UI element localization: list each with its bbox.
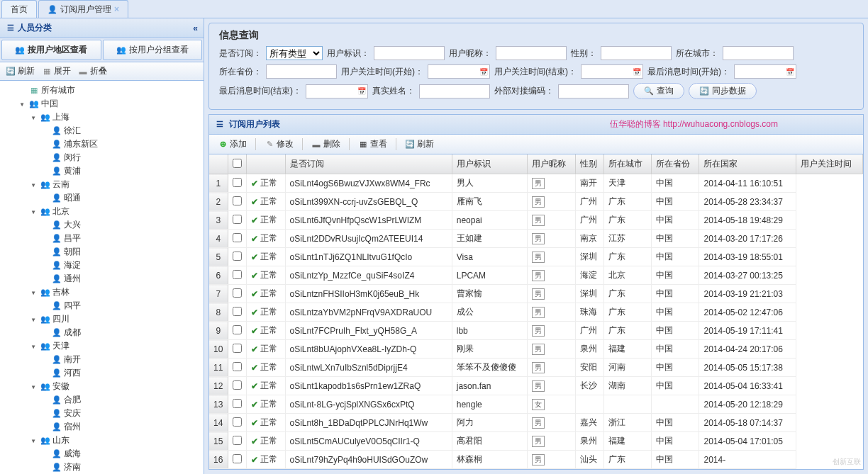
tree-node[interactable]: 👤南开 xyxy=(0,353,204,366)
expander-icon[interactable]: ▾ xyxy=(28,382,38,392)
expander-icon[interactable]: ▾ xyxy=(28,436,38,446)
table-row[interactable]: 3✔正常oSiLnt6JfQvnHfpQscW1sPrLWIZMneopai男广… xyxy=(209,211,863,230)
blog-link[interactable]: 伍华聪的博客 http://wuhuacong.cnblogs.com xyxy=(610,118,778,130)
close-icon[interactable]: × xyxy=(114,4,119,14)
row-checkbox[interactable] xyxy=(233,215,242,224)
tree-node[interactable]: 👤威海 xyxy=(0,447,204,461)
column-header[interactable]: 用户昵称 xyxy=(528,154,575,174)
table-row[interactable]: 8✔正常oSiLntzaYbVM2pNFrqV9AXDRaUOU成公男珠海广东中… xyxy=(209,303,863,322)
tree-node[interactable]: 👤浦东新区 xyxy=(0,137,204,151)
tab-subscribe-users[interactable]: 👤 订阅用户管理 × xyxy=(38,0,128,18)
row-checkbox[interactable] xyxy=(233,454,242,463)
row-checkbox[interactable] xyxy=(233,417,242,427)
column-header[interactable]: 用户关注时间 xyxy=(796,154,863,174)
tree-node[interactable]: 👤徐汇 xyxy=(0,124,204,137)
input-city[interactable] xyxy=(723,46,794,60)
input-follow-end[interactable] xyxy=(582,65,631,78)
tree-node[interactable]: ▾👥安徽 xyxy=(0,380,204,393)
tree-node[interactable]: ▾👥中国 xyxy=(0,97,204,111)
tree-node[interactable]: ▾👥云南 xyxy=(0,178,204,191)
table-row[interactable]: 16✔正常oSiLnt79hZyPq4h9oHUISdGOuZOw林森桐男汕头广… xyxy=(209,451,863,469)
tree-refresh[interactable]: 🔄刷新 xyxy=(6,65,35,77)
tree-node[interactable]: 👤济南 xyxy=(0,461,204,474)
collapse-left-icon[interactable]: « xyxy=(193,23,198,33)
row-checkbox[interactable] xyxy=(233,178,242,187)
table-row[interactable]: 4✔正常oSiLnt2DDvRUsujIcQm2ATEEUI14王如建男南京江苏… xyxy=(209,230,863,248)
edit-button[interactable]: ✎修改 xyxy=(260,137,298,152)
expander-icon[interactable]: ▾ xyxy=(28,342,38,351)
tree-node[interactable]: 👤河西 xyxy=(0,366,204,380)
tree-expand[interactable]: ▦展开 xyxy=(42,65,71,77)
table-row[interactable]: 6✔正常oSiLntzYp_MzzfCe_quSiF4soIZ4LPCAM男海淀… xyxy=(209,266,863,285)
add-button[interactable]: ⊕添加 xyxy=(213,137,251,152)
column-header[interactable]: 所在国家 xyxy=(699,154,796,174)
tree-collapse[interactable]: ▬折叠 xyxy=(78,65,107,77)
tree-node[interactable]: ▾👥上海 xyxy=(0,111,204,124)
table-row[interactable]: 1✔正常oSiLnt4ogS6BwuzVJXwx8WM4_FRc男人男南开天津中… xyxy=(209,174,863,193)
table-row[interactable]: 14✔正常oSiLnt8h_1BDaDqtPPLCJNrHq1Ww阿力男嘉兴浙江… xyxy=(209,414,863,432)
tree-node[interactable]: 👤海淀 xyxy=(0,259,204,272)
column-header[interactable]: 是否订阅 xyxy=(285,154,452,174)
expander-icon[interactable]: ▾ xyxy=(28,288,38,298)
input-province[interactable] xyxy=(266,64,337,79)
table-row[interactable]: 7✔正常oSiLntznFHSIIoH3mK0j65euB_Hk曹家愉男深圳广东… xyxy=(209,285,863,303)
table-row[interactable]: 10✔正常oSiLnt8bUAjophVXea8L-IyZDh-Q刚果男泉州福建… xyxy=(209,340,863,359)
table-row[interactable]: 9✔正常oSiLnt7FCPruIh_Flxt_yQH58G_Albb男广州广东… xyxy=(209,322,863,340)
calendar-icon[interactable]: 📅 xyxy=(478,66,489,77)
table-row[interactable]: 5✔正常oSiLnt1nTJj6ZQ1NLItvuG1fQcIoVisa男深圳广… xyxy=(209,248,863,266)
tree-node[interactable]: 👤昌平 xyxy=(0,232,204,245)
view-by-region[interactable]: 👥按用户地区查看 xyxy=(1,40,101,60)
row-checkbox[interactable] xyxy=(233,380,242,390)
column-header[interactable]: 所在省份 xyxy=(652,154,699,174)
row-checkbox[interactable] xyxy=(233,344,242,353)
input-nickname[interactable] xyxy=(496,46,567,60)
tab-home[interactable]: 首页 xyxy=(1,0,37,18)
select-subscribed[interactable]: 所有类型 xyxy=(266,46,323,60)
input-lastmsg-start[interactable] xyxy=(735,65,784,78)
tree-node[interactable]: ▦所有城市 xyxy=(0,84,204,97)
view-button[interactable]: ▦查看 xyxy=(354,137,391,152)
expander-icon[interactable]: ▾ xyxy=(28,207,38,217)
expander-icon[interactable]: ▾ xyxy=(28,315,38,325)
row-checkbox[interactable] xyxy=(233,399,242,408)
input-follow-start[interactable] xyxy=(428,65,478,78)
input-realname[interactable] xyxy=(419,84,490,98)
tree-node[interactable]: 👤闵行 xyxy=(0,151,204,164)
tree-node[interactable]: 👤四平 xyxy=(0,299,204,312)
calendar-icon[interactable]: 📅 xyxy=(784,66,796,77)
row-checkbox[interactable] xyxy=(233,270,242,279)
column-header[interactable]: 所在城市 xyxy=(604,154,652,174)
tree-node[interactable]: ▾👥山东 xyxy=(0,434,204,447)
expander-icon[interactable]: ▾ xyxy=(17,99,27,109)
row-checkbox[interactable] xyxy=(233,307,242,316)
calendar-icon[interactable]: 📅 xyxy=(356,86,367,97)
column-header[interactable]: 用户标识 xyxy=(452,154,528,174)
refresh-button[interactable]: 🔄刷新 xyxy=(401,137,438,152)
calendar-icon[interactable]: 📅 xyxy=(631,66,642,77)
row-checkbox[interactable] xyxy=(233,325,242,334)
sync-button[interactable]: 🔄同步数据 xyxy=(689,83,757,99)
column-header[interactable] xyxy=(246,154,285,174)
expander-icon[interactable]: ▾ xyxy=(28,180,38,190)
delete-button[interactable]: ▬删除 xyxy=(307,137,345,152)
row-checkbox[interactable] xyxy=(233,252,242,261)
table-row[interactable]: 15✔正常oSiLnt5CmAUCulyeV0O5qCIIr1-Q高君阳男泉州福… xyxy=(209,432,863,451)
row-checkbox[interactable] xyxy=(233,288,242,298)
tree-node[interactable]: ▾👥吉林 xyxy=(0,286,204,299)
tree-node[interactable]: 👤宿州 xyxy=(0,420,204,434)
row-checkbox[interactable] xyxy=(233,233,242,242)
tree-node[interactable]: 👤成都 xyxy=(0,326,204,339)
tree-node[interactable]: 👤安庆 xyxy=(0,407,204,420)
input-gender[interactable] xyxy=(601,46,672,60)
tree-node[interactable]: ▾👥天津 xyxy=(0,339,204,353)
table-row[interactable]: 2✔正常oSiLnt399XN-ccrj-uvZsGEBQL_Q雁南飞男广州广东… xyxy=(209,193,863,211)
table-row[interactable]: 12✔正常oSiLnt1kapodb1s6sPrn1ew1ZRaQjason.f… xyxy=(209,377,863,395)
select-all-checkbox[interactable] xyxy=(233,159,242,168)
tree-node[interactable]: 👤朝阳 xyxy=(0,245,204,259)
tree-node[interactable]: 👤昭通 xyxy=(0,191,204,205)
tree-node[interactable]: 👤黄浦 xyxy=(0,164,204,178)
input-extcode[interactable] xyxy=(558,84,629,98)
column-header[interactable]: 性别 xyxy=(575,154,604,174)
query-button[interactable]: 🔍查询 xyxy=(633,83,684,99)
tree-node[interactable]: ▾👥四川 xyxy=(0,312,204,326)
